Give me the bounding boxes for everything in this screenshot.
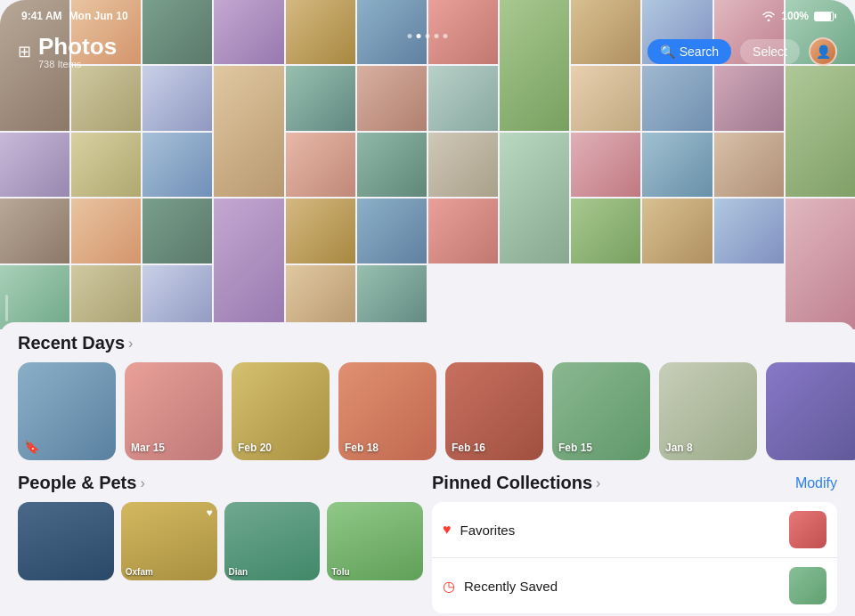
photo-cell[interactable] bbox=[571, 66, 640, 130]
recent-day-thumb[interactable]: Feb 15 bbox=[552, 362, 650, 460]
photo-cell[interactable] bbox=[642, 199, 712, 263]
recent-days-header: Recent Days › bbox=[0, 333, 855, 362]
time: 9:41 AM bbox=[21, 10, 62, 22]
status-bar: 9:41 AM Mon Jun 10 100% bbox=[0, 0, 855, 32]
photo-cell[interactable] bbox=[714, 66, 784, 130]
photo-cell[interactable] bbox=[71, 66, 141, 130]
people-thumbs: ♥OxfamDianTolu bbox=[18, 502, 423, 580]
pinned-collection-name: Favorites bbox=[460, 523, 781, 538]
pinned-collection-icon: ◷ bbox=[443, 578, 455, 595]
day-label: Feb 15 bbox=[558, 442, 592, 454]
people-pets-title: People & Pets bbox=[18, 473, 136, 493]
recent-day-thumb[interactable]: Jan 8 bbox=[659, 362, 757, 460]
photo-cell[interactable] bbox=[642, 66, 712, 130]
photo-cell[interactable] bbox=[714, 133, 784, 197]
recent-days-title: Recent Days bbox=[18, 333, 125, 353]
photo-cell[interactable] bbox=[428, 199, 498, 263]
avatar[interactable]: 👤 bbox=[809, 37, 837, 66]
photo-cell[interactable] bbox=[0, 133, 69, 197]
nav-left: ⊞ Photos 738 Items bbox=[18, 35, 117, 69]
bottom-panel: Recent Days › 🔖Mar 15Feb 20Feb 18Feb 16F… bbox=[0, 322, 855, 616]
person-thumb[interactable]: Tolu bbox=[327, 502, 423, 580]
grid-view-icon[interactable]: ⊞ bbox=[18, 42, 31, 61]
photo-cell[interactable] bbox=[286, 66, 355, 130]
photo-cell[interactable] bbox=[71, 199, 141, 263]
pinned-collections-title: Pinned Collections bbox=[432, 473, 592, 493]
pinned-collection-item[interactable]: ♥Favorites bbox=[432, 502, 837, 557]
photo-cell[interactable] bbox=[500, 133, 569, 263]
battery-icon bbox=[814, 12, 834, 21]
photo-cell[interactable] bbox=[357, 199, 427, 263]
recent-day-thumb[interactable]: Feb 20 bbox=[232, 362, 330, 460]
dot-4 bbox=[435, 34, 439, 38]
pinned-collection-item[interactable]: ◷Recently Saved bbox=[432, 557, 837, 613]
photo-cell[interactable] bbox=[642, 133, 712, 197]
photo-cell[interactable] bbox=[286, 265, 355, 329]
search-button[interactable]: 🔍 Search bbox=[647, 39, 731, 64]
dot-3 bbox=[426, 34, 430, 38]
photo-cell[interactable] bbox=[786, 199, 855, 329]
person-name-label: Oxfam bbox=[126, 567, 153, 577]
recent-days-arrow[interactable]: › bbox=[128, 336, 133, 352]
person-thumb[interactable]: Dian bbox=[224, 502, 321, 580]
search-icon: 🔍 bbox=[660, 45, 675, 59]
modify-button[interactable]: Modify bbox=[795, 475, 837, 491]
photo-cell[interactable] bbox=[286, 133, 355, 197]
photo-cell[interactable] bbox=[714, 199, 784, 263]
photo-cell[interactable] bbox=[214, 66, 283, 197]
photo-cell[interactable] bbox=[214, 199, 283, 329]
nav-right: 🔍 Search Select 👤 bbox=[647, 37, 837, 66]
recent-day-thumb[interactable]: Mar 15 bbox=[125, 362, 223, 460]
photo-cell[interactable] bbox=[571, 133, 640, 197]
photo-cell[interactable] bbox=[357, 265, 427, 329]
pinned-collection-thumb bbox=[789, 567, 826, 604]
photo-cell[interactable] bbox=[286, 199, 355, 263]
pinned-collection-name: Recently Saved bbox=[464, 579, 780, 594]
photo-cell[interactable] bbox=[71, 265, 141, 329]
avatar-icon: 👤 bbox=[816, 45, 831, 59]
photo-cell[interactable] bbox=[142, 133, 212, 197]
nav-title-area: Photos 738 Items bbox=[38, 35, 117, 69]
day-label: Mar 15 bbox=[131, 442, 165, 454]
photo-cell[interactable] bbox=[357, 133, 427, 197]
person-thumb[interactable] bbox=[18, 502, 114, 580]
status-right: 100% bbox=[761, 10, 834, 22]
dot-2 bbox=[417, 34, 421, 38]
people-pets-arrow[interactable]: › bbox=[140, 475, 144, 491]
recent-day-thumb[interactable] bbox=[766, 362, 855, 460]
battery-nub bbox=[835, 14, 836, 19]
photo-cell[interactable] bbox=[571, 199, 640, 263]
photo-cell[interactable] bbox=[142, 265, 212, 329]
pinned-collection-icon: ♥ bbox=[443, 522, 452, 538]
recent-days-scroll[interactable]: 🔖Mar 15Feb 20Feb 18Feb 16Feb 15Jan 8 bbox=[0, 362, 855, 460]
photo-cell[interactable] bbox=[0, 265, 69, 329]
photo-cell[interactable] bbox=[428, 66, 498, 130]
photo-cell[interactable] bbox=[428, 133, 498, 197]
recent-days-section: Recent Days › 🔖Mar 15Feb 20Feb 18Feb 16F… bbox=[0, 322, 855, 460]
recent-day-thumb[interactable]: Feb 16 bbox=[445, 362, 543, 460]
person-name-label: Dian bbox=[229, 567, 248, 577]
recent-day-thumb[interactable]: 🔖 bbox=[18, 362, 116, 460]
bookmark-icon: 🔖 bbox=[24, 440, 39, 454]
two-col-section: People & Pets › ♥OxfamDianTolu Pinned Co… bbox=[0, 460, 855, 613]
recent-day-thumb[interactable]: Feb 18 bbox=[338, 362, 436, 460]
battery-fill bbox=[815, 12, 831, 20]
pinned-list: ♥Favorites◷Recently Saved bbox=[432, 502, 837, 613]
pinned-collections-column: Pinned Collections › Modify ♥Favorites◷R… bbox=[432, 473, 837, 613]
photo-cell[interactable] bbox=[142, 199, 212, 263]
grid-dots bbox=[408, 34, 448, 38]
photo-cell[interactable] bbox=[357, 66, 427, 130]
pinned-collections-arrow[interactable]: › bbox=[596, 475, 600, 491]
select-button[interactable]: Select bbox=[740, 39, 800, 64]
photo-cell[interactable] bbox=[0, 199, 69, 263]
heart-badge: ♥ bbox=[206, 507, 212, 519]
person-thumb[interactable]: ♥Oxfam bbox=[121, 502, 217, 580]
date: Mon Jun 10 bbox=[69, 10, 128, 22]
item-count: 738 Items bbox=[38, 59, 117, 69]
day-label: Feb 20 bbox=[238, 442, 272, 454]
pinned-collection-thumb bbox=[789, 511, 826, 548]
drag-handle bbox=[5, 295, 8, 321]
photo-cell[interactable] bbox=[786, 66, 855, 197]
photo-cell[interactable] bbox=[71, 133, 141, 197]
photo-cell[interactable] bbox=[142, 66, 212, 130]
